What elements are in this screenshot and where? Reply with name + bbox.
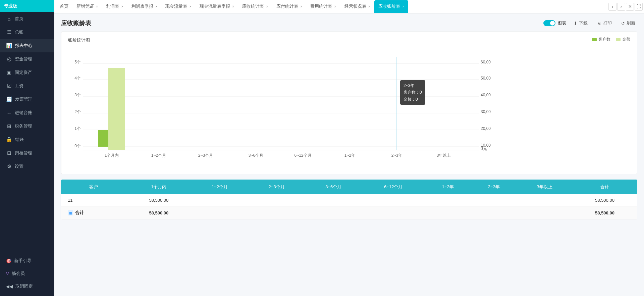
total-m5 [362,206,425,219]
sidebar-item-tax[interactable]: ⊞ 税务管理 [0,119,54,133]
col-total: 合计 [572,180,637,194]
tab-bar: 首页 新增凭证 × 利润表 × 利润表季报 × 现金流量表 × 现金流量表季报 … [54,0,644,13]
close-accounts-icon: 🔒 [6,137,12,143]
sidebar-item-close[interactable]: 🔒 结账 [0,133,54,146]
table-header-row: 客户 1个月内 1~2个月 2~3个月 3~6个月 6~12个月 1~2年 2~… [61,180,637,194]
svg-text:1~2年: 1~2年 [344,153,355,158]
sidebar-item-label: 工资 [15,83,23,89]
sidebar-item-salary[interactable]: ☑ 工资 [0,79,54,93]
sidebar-item-reports[interactable]: 📊 报表中心 [0,39,54,52]
sidebar-item-funds[interactable]: ◎ 资金管理 [0,52,54,66]
tab-close-all[interactable]: ✕ [626,3,634,11]
cell-m1: 58,500.00 [126,194,191,206]
tab-close-receivable-stats[interactable]: × [266,4,268,8]
page-header: 应收账龄表 图表 ⬇ 下载 🖨 打印 ↺ 刷新 [61,19,637,28]
svg-text:2个: 2个 [74,109,81,114]
col-m8: 3年以上 [517,180,572,194]
tab-receivable-aging[interactable]: 应收账龄表 × [374,0,408,13]
legend-customer-color [592,38,597,41]
tab-profit-quarter[interactable]: 利润表季报 × [127,0,161,13]
gear-icon: ⚙ [6,163,12,169]
svg-text:5个: 5个 [74,60,81,64]
print-button[interactable]: 🖨 打印 [595,19,614,28]
sidebar-item-ledger[interactable]: ☰ 总账 [0,26,54,39]
tab-cashflow-quarter[interactable]: 现金流量表季报 × [196,0,238,13]
sidebar-item-label: 总账 [15,29,23,35]
cell-m4 [305,194,362,206]
sidebar-item-assets[interactable]: ▣ 固定资产 [0,66,54,79]
svg-text:2~3个月: 2~3个月 [198,153,213,158]
page-title: 应收账龄表 [61,19,543,27]
col-m3: 2~3个月 [248,180,305,194]
tab-close-profit-quarter[interactable]: × [155,4,157,8]
total-m4 [305,206,362,219]
salary-icon: ☑ [6,83,12,89]
sidebar-item-label: 设置 [15,163,23,169]
sidebar: 专业版 ⌂ 首页 ☰ 总账 📊 报表中心 ◎ 资金管理 ▣ 固定资产 ☑ 工资 … [0,0,54,296]
sidebar-item-member[interactable]: V 畅会员 [0,267,54,280]
total-icon: ▦ [68,210,73,215]
tab-close-cashflow-quarter[interactable]: × [232,4,234,8]
tab-close-business-status[interactable]: × [368,4,370,8]
cell-m8 [517,194,572,206]
svg-text:2~3年: 2~3年 [391,153,402,158]
tab-close-receivable-aging[interactable]: × [402,4,404,8]
tab-scroll-right[interactable]: › [617,3,625,11]
tab-profit[interactable]: 利润表 × [102,0,127,13]
sidebar-item-label: 税务管理 [15,123,32,129]
tab-receivable-stats[interactable]: 应收统计表 × [238,0,272,13]
data-table: 客户 1个月内 1~2个月 2~3个月 3~6个月 6~12个月 1~2年 2~… [61,180,637,219]
tab-close-profit[interactable]: × [121,4,123,8]
tab-close-payable-stats[interactable]: × [300,4,302,8]
tab-new-voucher[interactable]: 新增凭证 × [72,0,102,13]
tab-expense-stats[interactable]: 费用统计表 × [306,0,340,13]
sidebar-item-invoice[interactable]: 🧾 发票管理 [0,93,54,106]
chart-toggle[interactable] [543,20,555,26]
sidebar-item-label: 报表中心 [15,43,33,49]
col-m6: 1~2年 [425,180,471,194]
tab-cashflow[interactable]: 现金流量表 × [161,0,195,13]
archive-icon: ⊟ [6,150,12,156]
chart-toggle-label: 图表 [557,20,566,26]
svg-text:3年以上: 3年以上 [437,153,451,158]
sidebar-item-settings[interactable]: ⚙ 设置 [0,160,54,173]
invoice-icon: 🧾 [6,96,12,102]
sidebar-item-label: 固定资产 [15,69,32,76]
tab-business-status[interactable]: 经营状况表 × [340,0,374,13]
total-m6 [425,206,471,219]
cell-m5 [362,194,425,206]
tab-close-cashflow[interactable]: × [189,4,191,8]
sidebar-item-sales[interactable]: ↔ 进销台账 [0,106,54,119]
home-icon: ⌂ [6,16,12,22]
bar-m1-customer [98,130,108,147]
sidebar-item-unpin[interactable]: ◀◀ 取消固定 [0,280,54,293]
cell-m7 [471,194,517,206]
sidebar-item-label: 归档管理 [15,150,32,156]
col-m2: 1~2个月 [191,180,248,194]
svg-text:30,000.00元: 30,000.00元 [481,109,491,114]
refresh-button[interactable]: ↺ 刷新 [619,19,637,28]
sidebar-item-archive[interactable]: ⊟ 归档管理 [0,146,54,160]
tab-expand[interactable]: ⛶ [635,3,643,11]
total-m1: 58,500.00 [126,206,191,219]
svg-text:1个月内: 1个月内 [105,153,119,158]
sidebar-item-label: 结账 [15,137,24,143]
cell-m3 [248,194,305,206]
tab-home[interactable]: 首页 [56,0,72,13]
tab-scroll-left[interactable]: ‹ [608,3,616,11]
sidebar-item-guide[interactable]: 🎯 新手引导 [0,254,54,267]
total-m8 [517,206,572,219]
sales-icon: ↔ [6,110,12,116]
chart-container: 账龄统计图 客户数 金额 5个 4个 3个 2个 1个 [61,32,637,174]
download-button[interactable]: ⬇ 下载 [572,19,590,28]
sidebar-item-label: 资金管理 [15,56,32,62]
legend-customer: 客户数 [592,37,610,42]
sidebar-item-home[interactable]: ⌂ 首页 [0,12,54,26]
tab-close-new-voucher[interactable]: × [96,4,98,8]
sidebar-item-label: 发票管理 [15,96,33,102]
table-row: 11 58,500.00 58,500.00 [61,194,637,206]
download-icon: ⬇ [574,21,577,26]
tab-payable-stats[interactable]: 应付统计表 × [272,0,306,13]
chart-legend: 客户数 金额 [592,37,630,42]
tab-close-expense-stats[interactable]: × [334,4,336,8]
